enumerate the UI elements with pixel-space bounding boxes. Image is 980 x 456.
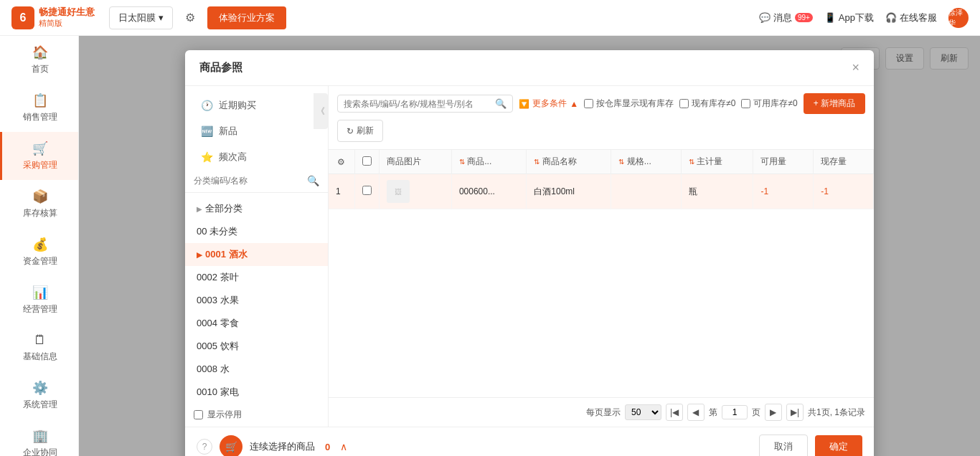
close-icon[interactable]: ×	[852, 60, 859, 75]
sidebar-item-purchase[interactable]: 🛒 采购管理	[0, 132, 78, 180]
arrow-icon: ▶	[197, 205, 202, 213]
user-avatar[interactable]: 徐泽华	[948, 8, 969, 28]
star-icon: ⭐	[201, 151, 213, 163]
available-nonzero-checkbox[interactable]	[741, 99, 750, 108]
filter-arrow-icon: ▲	[570, 99, 578, 109]
search-icon[interactable]: 🔍	[307, 175, 319, 186]
first-page-btn[interactable]: |◀	[666, 404, 683, 421]
category-0001[interactable]: ▶ 0001 酒水	[185, 243, 328, 266]
dialog-title: 商品参照	[199, 61, 242, 75]
td-unit: 瓶	[681, 174, 753, 209]
sort-icon: ⇅	[459, 158, 465, 166]
sidebar-item-finance[interactable]: 💰 资金管理	[0, 228, 78, 276]
td-checkbox[interactable]	[354, 174, 379, 209]
prev-page-btn[interactable]: ◀	[687, 404, 705, 421]
th-stock: 现存量	[814, 150, 874, 174]
th-code[interactable]: ⇅ 商品...	[451, 150, 526, 174]
cancel-btn[interactable]: 取消	[759, 434, 808, 456]
checkbox-stock-nonzero[interactable]: 现有库存≠0	[679, 98, 735, 110]
add-product-btn[interactable]: + 新增商品	[804, 93, 865, 114]
headset-icon: 🎧	[885, 12, 897, 23]
top-nav: 6 畅捷通好生意 精简版 日太阳膜 ▾ ⚙ 体验行业方案 💬 消息 99+ 📱 …	[0, 0, 980, 36]
online-service-btn[interactable]: 🎧 在线客服	[885, 11, 937, 24]
filter-btn[interactable]: 🔽 更多条件 ▲	[519, 98, 578, 110]
dialog-header: 商品参照 ×	[185, 50, 874, 86]
finance-icon: 💰	[32, 237, 48, 252]
td-num: 1	[329, 174, 354, 209]
refresh-btn[interactable]: ↻ 刷新	[337, 120, 383, 142]
mobile-icon: 📱	[824, 12, 836, 23]
category-0002[interactable]: 0002 茶叶	[185, 266, 328, 289]
category-00[interactable]: 00 未分类	[185, 220, 328, 243]
th-settings[interactable]: ⚙	[329, 150, 354, 174]
tab-recent[interactable]: 🕐 近期购买	[194, 93, 305, 118]
page-input[interactable]	[722, 405, 748, 419]
th-unit[interactable]: ⇅ 主计量	[681, 150, 753, 174]
table-row[interactable]: 1 🖼	[329, 174, 874, 209]
category-all[interactable]: ▶ 全部分类	[185, 197, 328, 220]
left-panel-tabs: 🕐 近期购买 🆕 新品 ⭐ 频次高	[185, 86, 314, 169]
product-search-input[interactable]	[344, 99, 492, 109]
collapse-footer-btn[interactable]: ∧	[340, 441, 347, 452]
checkbox-available-nonzero[interactable]: 可用库存≠0	[741, 98, 797, 110]
cart-btn[interactable]: 🛒	[220, 435, 242, 456]
dialog: 商品参照 × 🕐 近期购买	[185, 50, 874, 456]
next-page-btn[interactable]: ▶	[765, 404, 782, 421]
settings-icon[interactable]: ⚙	[179, 6, 202, 29]
left-panel: 🕐 近期购买 🆕 新品 ⭐ 频次高	[185, 86, 329, 427]
sidebar-item-home[interactable]: 🏠 首页	[0, 36, 78, 84]
page-size-select[interactable]: 50 20 100	[625, 404, 661, 420]
category-0005[interactable]: 0005 饮料	[185, 335, 328, 358]
th-img: 商品图片	[379, 150, 451, 174]
tab-new[interactable]: 🆕 新品	[194, 119, 305, 143]
category-search-input[interactable]	[194, 176, 303, 186]
checkbox-by-warehouse[interactable]: 按仓库显示现有库存	[584, 98, 674, 110]
td-code: 000600...	[451, 174, 526, 209]
chevron-down-icon: ▾	[159, 12, 164, 23]
th-spec[interactable]: ⇅ 规格...	[611, 150, 682, 174]
message-badge: 99+	[795, 13, 813, 22]
refresh-icon: ↻	[347, 126, 354, 136]
app-download-btn[interactable]: 📱 App下载	[824, 11, 874, 24]
category-0010[interactable]: 0010 家电	[185, 381, 328, 403]
confirm-btn[interactable]: 确定	[815, 435, 862, 456]
category-0003[interactable]: 0003 水果	[185, 289, 328, 312]
logo-sub: 精简版	[39, 18, 95, 29]
avatar: 徐泽华	[948, 8, 969, 28]
category-0004[interactable]: 0004 零食	[185, 312, 328, 335]
td-stock: -1	[814, 174, 874, 209]
collapse-left-btn[interactable]: 《	[314, 93, 328, 129]
th-checkbox[interactable]	[354, 150, 379, 174]
sidebar-item-business[interactable]: 📊 经营管理	[0, 276, 78, 324]
by-warehouse-checkbox[interactable]	[584, 99, 593, 108]
sidebar-item-system[interactable]: ⚙️ 系统管理	[0, 371, 78, 419]
search-box-icon[interactable]: 🔍	[495, 98, 507, 109]
try-btn[interactable]: 体验行业方案	[207, 6, 286, 29]
show-disabled-checkbox[interactable]	[194, 410, 203, 419]
row-checkbox[interactable]	[362, 186, 372, 195]
show-disabled-row: 显示停用	[185, 403, 328, 427]
sidebar-item-inventory[interactable]: 📦 库存核算	[0, 180, 78, 228]
help-btn[interactable]: ?	[197, 439, 212, 455]
sales-icon: 📋	[32, 92, 48, 108]
stock-nonzero-checkbox[interactable]	[679, 99, 689, 108]
continuous-count: 0	[325, 442, 330, 452]
tenant-dropdown[interactable]: 日太阳膜 ▾	[109, 6, 173, 29]
th-name[interactable]: ⇅ 商品名称	[527, 150, 611, 174]
dialog-body: 🕐 近期购买 🆕 新品 ⭐ 频次高	[185, 86, 874, 427]
settings-col-icon: ⚙	[337, 157, 345, 167]
sidebar-item-sales[interactable]: 📋 销售管理	[0, 84, 78, 132]
sidebar-item-enterprise[interactable]: 🏢 企业协同	[0, 419, 78, 456]
table-header-row: ⚙ 商品图片	[329, 150, 874, 174]
home-icon: 🏠	[32, 44, 48, 60]
category-0008[interactable]: 0008 水	[185, 358, 328, 381]
sidebar: 🏠 首页 📋 销售管理 🛒 采购管理 📦 库存核算 💰 资金管理 📊 经营管理 …	[0, 36, 79, 456]
tab-frequent[interactable]: ⭐ 频次高	[194, 145, 305, 169]
select-all-checkbox[interactable]	[362, 156, 372, 166]
last-page-btn[interactable]: ▶|	[786, 404, 804, 421]
category-list: ▶ 全部分类 00 未分类 ▶ 0001 酒水 0002 茶	[185, 193, 328, 403]
sidebar-item-basics[interactable]: 🗒 基础信息	[0, 324, 78, 371]
product-table: ⚙ 商品图片	[329, 150, 874, 209]
clock-icon: 🕐	[201, 100, 213, 111]
message-btn[interactable]: 💬 消息 99+	[759, 11, 813, 24]
